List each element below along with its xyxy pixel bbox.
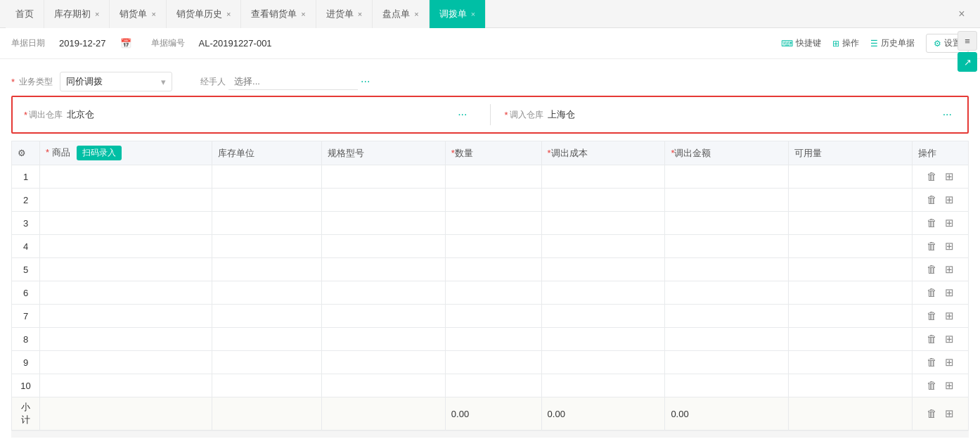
row-8-cost[interactable] xyxy=(541,328,665,351)
row-11-unit[interactable] xyxy=(212,397,321,431)
row-4-amount[interactable] xyxy=(665,235,789,258)
row-5-goods[interactable] xyxy=(40,258,212,281)
row-7-unit[interactable] xyxy=(212,305,321,328)
tab-sales-history[interactable]: 销货单历史 × xyxy=(167,0,241,28)
row-4-available[interactable] xyxy=(789,235,913,258)
row-7-copy-button[interactable]: ⊞ xyxy=(942,308,957,324)
row-1-spec[interactable] xyxy=(322,165,446,189)
tab-close-inventory-init[interactable]: × xyxy=(95,10,99,18)
tab-purchase[interactable]: 进货单 × xyxy=(316,0,373,28)
row-7-qty[interactable] xyxy=(445,305,541,328)
row-6-unit[interactable] xyxy=(212,281,321,305)
shortcuts-action[interactable]: ⌨ 快捷键 xyxy=(781,37,821,49)
tab-close-stocktake[interactable]: × xyxy=(414,10,418,18)
row-4-delete-button[interactable]: 🗑 xyxy=(924,238,940,253)
row-2-available[interactable] xyxy=(789,189,913,212)
row-11-available[interactable] xyxy=(789,397,913,431)
row-4-copy-button[interactable]: ⊞ xyxy=(942,238,957,254)
row-9-available[interactable] xyxy=(789,351,913,374)
row-9-qty[interactable] xyxy=(445,351,541,374)
business-type-select[interactable]: 同价调拨 ▾ xyxy=(60,72,172,91)
row-9-delete-button[interactable]: 🗑 xyxy=(924,355,940,369)
row-4-unit[interactable] xyxy=(212,235,321,258)
row-1-unit[interactable] xyxy=(212,165,321,189)
row-6-delete-button[interactable]: 🗑 xyxy=(924,285,940,300)
row-1-goods[interactable] xyxy=(40,165,212,189)
row-11-delete-button[interactable]: 🗑 xyxy=(924,406,940,421)
row-10-qty[interactable] xyxy=(445,374,541,397)
row-11-copy-button[interactable]: ⊞ xyxy=(942,406,957,421)
row-6-spec[interactable] xyxy=(322,281,446,305)
row-7-cost[interactable] xyxy=(541,305,665,328)
row-2-spec[interactable] xyxy=(322,189,446,212)
row-4-qty[interactable] xyxy=(445,235,541,258)
row-3-goods[interactable] xyxy=(40,212,212,235)
row-9-cost[interactable] xyxy=(541,351,665,374)
row-5-amount[interactable] xyxy=(665,258,789,281)
row-7-delete-button[interactable]: 🗑 xyxy=(924,308,940,323)
row-6-qty[interactable] xyxy=(445,281,541,305)
row-5-delete-button[interactable]: 🗑 xyxy=(924,262,940,276)
row-8-delete-button[interactable]: 🗑 xyxy=(924,331,940,346)
tab-view-sales[interactable]: 查看销货单 × xyxy=(241,0,316,28)
row-10-amount[interactable] xyxy=(665,374,789,397)
row-2-delete-button[interactable]: 🗑 xyxy=(924,192,940,207)
row-3-cost[interactable] xyxy=(541,212,665,235)
row-5-qty[interactable] xyxy=(445,258,541,281)
row-2-cost[interactable] xyxy=(541,189,665,212)
tab-home[interactable]: 首页 xyxy=(6,0,44,28)
row-8-qty[interactable] xyxy=(445,328,541,351)
row-6-cost[interactable] xyxy=(541,281,665,305)
row-2-copy-button[interactable]: ⊞ xyxy=(942,192,957,208)
row-9-copy-button[interactable]: ⊞ xyxy=(942,355,957,370)
row-2-unit[interactable] xyxy=(212,189,321,212)
row-8-amount[interactable] xyxy=(665,328,789,351)
row-9-unit[interactable] xyxy=(212,351,321,374)
row-1-available[interactable] xyxy=(789,165,913,189)
tab-close-sales-history[interactable]: × xyxy=(226,10,231,18)
out-warehouse-more-button[interactable]: ··· xyxy=(458,108,475,121)
row-6-copy-button[interactable]: ⊞ xyxy=(942,285,957,300)
row-1-delete-button[interactable]: 🗑 xyxy=(924,169,940,184)
row-7-goods[interactable] xyxy=(40,305,212,328)
row-11-goods[interactable] xyxy=(40,397,212,431)
row-4-cost[interactable] xyxy=(541,235,665,258)
row-3-qty[interactable] xyxy=(445,212,541,235)
tab-close-purchase[interactable]: × xyxy=(358,10,362,18)
row-5-copy-button[interactable]: ⊞ xyxy=(942,262,957,277)
row-3-delete-button[interactable]: 🗑 xyxy=(924,215,940,230)
row-3-copy-button[interactable]: ⊞ xyxy=(942,215,957,231)
tab-close-view-sales[interactable]: × xyxy=(301,10,305,18)
row-11-spec[interactable] xyxy=(322,397,446,431)
sidebar-export-button[interactable]: ↗ xyxy=(958,52,977,72)
row-8-copy-button[interactable]: ⊞ xyxy=(942,331,957,347)
row-7-amount[interactable] xyxy=(665,305,789,328)
row-9-amount[interactable] xyxy=(665,351,789,374)
row-10-spec[interactable] xyxy=(322,374,446,397)
row-5-spec[interactable] xyxy=(322,258,446,281)
row-4-spec[interactable] xyxy=(322,235,446,258)
gear-th[interactable]: ⚙ xyxy=(12,141,40,165)
in-warehouse-more-button[interactable]: ··· xyxy=(943,108,956,121)
tab-stocktake[interactable]: 盘点单 × xyxy=(373,0,429,28)
row-5-cost[interactable] xyxy=(541,258,665,281)
row-3-amount[interactable] xyxy=(665,212,789,235)
row-2-amount[interactable] xyxy=(665,189,789,212)
row-7-spec[interactable] xyxy=(322,305,446,328)
calendar-icon[interactable]: 📅 xyxy=(120,38,131,49)
row-7-available[interactable] xyxy=(789,305,913,328)
scan-button[interactable]: 扫码录入 xyxy=(77,146,122,160)
history-action[interactable]: ☰ 历史单据 xyxy=(870,37,915,49)
tab-close-transfer[interactable]: × xyxy=(471,10,475,18)
row-10-available[interactable] xyxy=(789,374,913,397)
row-10-goods[interactable] xyxy=(40,374,212,397)
row-1-amount[interactable] xyxy=(665,165,789,189)
row-10-cost[interactable] xyxy=(541,374,665,397)
row-1-copy-button[interactable]: ⊞ xyxy=(942,169,957,184)
window-close-button[interactable]: × xyxy=(949,0,974,28)
row-5-unit[interactable] xyxy=(212,258,321,281)
row-1-cost[interactable] xyxy=(541,165,665,189)
tab-inventory-init[interactable]: 库存期初 × xyxy=(44,0,110,28)
row-8-goods[interactable] xyxy=(40,328,212,351)
row-2-qty[interactable] xyxy=(445,189,541,212)
